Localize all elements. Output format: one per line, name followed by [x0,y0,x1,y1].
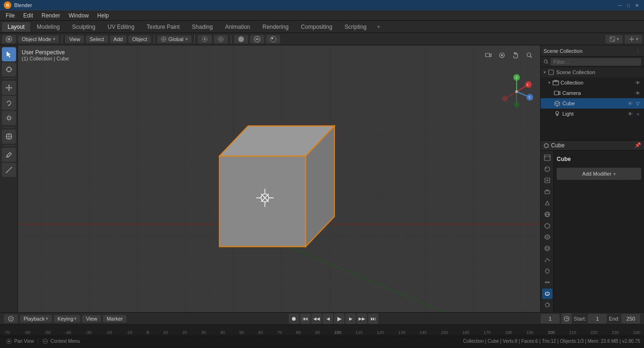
timeline-scene-btn[interactable] [4,314,18,323]
playback-dropdown[interactable]: Playback ▾ [20,315,52,323]
overlay-dropdown-btn[interactable]: ▾ [605,35,623,43]
menu-edit[interactable]: Edit [19,11,37,20]
cursor-tool-btn[interactable] [2,62,16,76]
menu-window[interactable]: Window [65,11,92,20]
hand-pan-btn[interactable] [510,49,522,61]
minimize-button[interactable]: ─ [617,2,623,8]
prop-tab-output[interactable] [542,175,552,186]
properties-panel-header: Cube 📌 [541,141,644,151]
tab-modeling[interactable]: Modeling [31,22,66,32]
prop-tab-modifier[interactable] [542,289,552,299]
select-menu-btn[interactable]: Select [86,35,108,43]
menu-render[interactable]: Render [38,11,64,20]
scene-collection-item[interactable]: ▾ Scene Collection [541,67,644,77]
tab-rendering[interactable]: Rendering [257,22,294,32]
outliner-item-cube[interactable]: Cube 👁 ▽ [541,98,644,109]
proportional-edit-btn[interactable] [214,35,228,43]
navigation-gizmo[interactable]: X Z Y [498,73,535,110]
prop-tab-scene-props[interactable] [542,198,552,208]
rotate-tool-btn[interactable] [2,96,16,110]
prop-tab-render[interactable] [542,164,552,174]
add-modifier-button[interactable]: Add Modifier ▾ [557,168,641,180]
viewport-shading-rendered[interactable] [266,35,280,43]
svg-line-41 [11,167,12,168]
menu-file[interactable]: File [2,11,18,20]
svg-point-128 [545,167,550,171]
collection-visibility-icon[interactable]: 👁 [635,79,641,86]
next-keyframe-btn[interactable]: ▶ [345,314,356,324]
move-tool-btn[interactable] [2,81,16,95]
object-mode-dropdown[interactable]: Object Mode ▾ [18,35,59,43]
light-visibility-icon[interactable]: 👁 [627,110,634,117]
record-btn[interactable]: ⏺ [289,314,299,324]
timeline-scrubber[interactable]: -70 -60 -50 -40 -30 -20 -10 0 10 20 30 4… [0,325,644,336]
view-dropdown[interactable]: View [82,315,101,323]
end-frame-input[interactable]: 250 [621,314,640,323]
close-button[interactable]: ✕ [634,2,640,8]
blender-logo-icon[interactable]: B [4,1,11,9]
jump-end-btn[interactable]: ⏭ [368,314,378,324]
snap-btn[interactable] [198,35,212,43]
annotate-tool-btn[interactable] [2,148,16,162]
search-btn[interactable] [523,49,535,61]
maximize-button[interactable]: □ [625,2,632,8]
keying-dropdown[interactable]: Keying ▾ [54,315,81,323]
tab-compositing[interactable]: Compositing [295,22,338,32]
camera-render-btn[interactable] [496,49,508,61]
toolbar-separator-1 [62,35,62,43]
prop-tab-physics[interactable] [542,266,552,276]
outliner-item-light[interactable]: Light 👁 ○ [541,109,644,119]
prop-tab-object[interactable] [542,221,552,231]
outliner-item-camera[interactable]: Camera 👁 [541,88,644,98]
tab-layout[interactable]: Layout [2,22,30,32]
tab-sculpting[interactable]: Sculpting [67,22,101,32]
prop-tab-vfx[interactable] [542,300,552,310]
viewport-shading-solid[interactable] [234,35,248,43]
camera-perspective-btn[interactable] [482,49,494,61]
prop-tab-constraints[interactable] [542,277,552,288]
play-btn[interactable]: ▶ [334,314,344,324]
mode-icon-btn[interactable] [2,35,16,43]
prop-tab-scene[interactable] [542,153,552,163]
cube-modifier-icon[interactable]: ▽ [635,100,641,107]
tab-texture-paint[interactable]: Texture Paint [141,22,185,32]
cube-visibility-icon[interactable]: 👁 [627,100,634,107]
marker-dropdown[interactable]: Marker [103,315,126,323]
menu-help[interactable]: Help [93,11,113,20]
prop-tab-mesh[interactable] [542,232,552,242]
tab-animation[interactable]: Animation [219,22,256,32]
gizmo-dropdown-btn[interactable]: ▾ [625,35,642,43]
outliner-search-input[interactable] [551,58,641,66]
measure-tool-btn[interactable] [2,163,16,177]
outliner-filter-btn[interactable]: ⋮ [635,48,641,54]
select-tool-btn[interactable] [2,47,16,61]
step-forward-btn[interactable]: ▶▶ [357,314,367,324]
object-menu-btn[interactable]: Object [128,35,151,43]
viewport-3d[interactable]: User Perspective (1) Collection | Cube [18,45,540,312]
tab-shading[interactable]: Shading [186,22,218,32]
view-menu-btn[interactable]: View [65,35,84,43]
step-back-btn[interactable]: ◀◀ [311,314,322,324]
tab-uv-editing[interactable]: UV Editing [102,22,140,32]
light-type-icon[interactable]: ○ [635,110,641,117]
prop-tab-material[interactable] [542,243,552,254]
camera-visibility-icon[interactable]: 👁 [635,90,641,96]
viewport-shading-material[interactable] [250,35,264,43]
transform-dropdown[interactable]: Global ▾ [157,35,192,43]
add-workspace-button[interactable]: + [373,22,384,32]
tab-scripting[interactable]: Scripting [339,22,372,32]
titlebar-controls[interactable]: ─ □ ✕ [617,2,640,8]
current-frame-input[interactable]: 1 [541,314,560,323]
prev-keyframe-btn[interactable]: ◀ [323,314,333,324]
jump-start-btn[interactable]: ⏮ [300,314,310,324]
transform-tool-btn[interactable] [2,129,16,144]
prop-tab-particles[interactable] [542,255,552,265]
add-menu-btn[interactable]: Add [110,35,127,43]
svg-point-125 [556,111,559,114]
scale-tool-btn[interactable] [2,111,16,125]
outliner-item-collection[interactable]: ▾ Collection 👁 [541,77,644,88]
prop-tab-view-layer[interactable] [542,187,552,197]
pin-icon[interactable]: 📌 [635,142,641,148]
start-frame-input[interactable]: 1 [588,314,607,323]
prop-tab-world[interactable] [542,209,552,220]
